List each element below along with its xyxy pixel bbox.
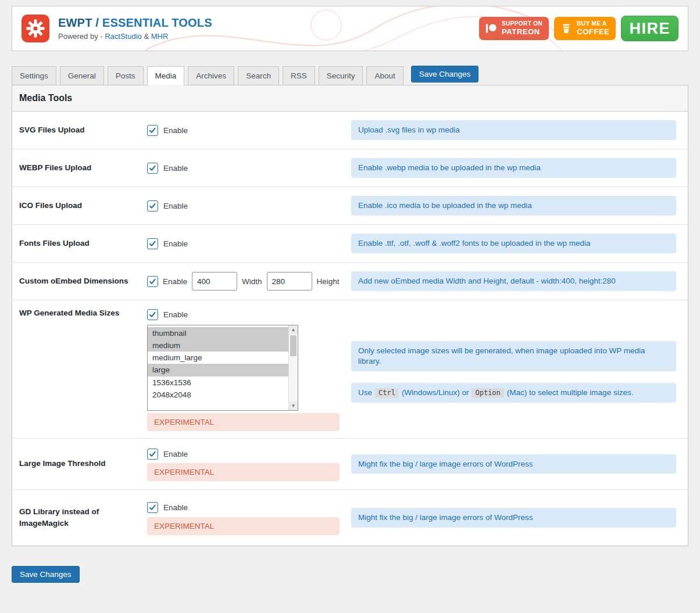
kbd-ctrl: Ctrl	[375, 388, 399, 399]
scroll-up-icon[interactable]: ▲	[289, 325, 298, 334]
setting-row-media-sizes: WP Generated Media Sizes Enable thumbnai…	[12, 300, 688, 439]
buy-me-a-coffee-button[interactable]: BUY ME A COFFEE	[554, 17, 616, 40]
enable-label: Enable	[163, 450, 188, 458]
check-icon	[149, 127, 156, 134]
width-label: Width	[242, 277, 262, 286]
setting-label: WP Generated Media Sizes	[19, 307, 147, 319]
listbox-option-large[interactable]: large	[148, 364, 288, 376]
plugin-settings-page: EWPT / ESSENTIAL TOOLS Powered by - Ract…	[0, 0, 700, 583]
coffee-cup-icon	[560, 23, 572, 34]
oembed-width-input[interactable]	[192, 272, 237, 291]
enable-label: Enable	[163, 239, 188, 248]
ico-upload-checkbox[interactable]	[147, 200, 158, 211]
tab-about[interactable]: About	[366, 66, 403, 85]
experimental-badge: EXPERIMENTAL	[147, 413, 340, 431]
setting-row-webp-upload: WEBP Files Upload Enable Enable .webp me…	[12, 149, 688, 187]
setting-label: SVG Files Upload	[19, 124, 147, 136]
plugin-header: EWPT / ESSENTIAL TOOLS Powered by - Ract…	[12, 6, 688, 51]
tab-rss[interactable]: RSS	[283, 66, 315, 85]
setting-row-gd-library: GD Library instead of ImageMagick Enable…	[12, 490, 688, 546]
oembed-checkbox[interactable]	[147, 276, 158, 287]
media-tools-panel: Media Tools SVG Files Upload Enable Uplo…	[12, 85, 688, 546]
tab-media[interactable]: Media	[147, 66, 185, 85]
tab-search[interactable]: Search	[238, 66, 279, 85]
check-icon	[149, 311, 156, 318]
enable-label: Enable	[163, 277, 187, 286]
experimental-badge: EXPERIMENTAL	[147, 517, 340, 535]
tab-security[interactable]: Security	[319, 66, 363, 85]
setting-label: Custom oEmbed Dimensions	[19, 275, 147, 287]
tab-settings[interactable]: Settings	[12, 66, 56, 85]
plugin-logo	[22, 15, 49, 42]
listbox-options: thumbnail medium medium_large large 1536…	[148, 325, 288, 410]
save-changes-button-bottom[interactable]: Save Changes	[12, 566, 80, 583]
fonts-upload-checkbox[interactable]	[147, 238, 158, 249]
height-label: Height	[317, 277, 340, 286]
coffee-line2: COFFEE	[577, 27, 609, 36]
mhr-link[interactable]: MHR	[151, 32, 169, 41]
listbox-option-medium[interactable]: medium	[148, 339, 288, 352]
title-main: EWPT /	[58, 16, 99, 29]
enable-label: Enable	[163, 310, 188, 319]
media-sizes-checkbox[interactable]	[147, 309, 158, 320]
info-note: Enable .ico media to be uploaded in the …	[351, 196, 676, 216]
check-icon	[149, 240, 156, 248]
shortcut-suffix: (Mac) to select multiple image sizes.	[507, 388, 634, 397]
listbox-option-thumbnail[interactable]: thumbnail	[148, 327, 288, 339]
title-accent: ESSENTIAL TOOLS	[102, 16, 212, 29]
check-icon	[149, 202, 156, 210]
info-note-shortcut: UseCtrl(Windows/Linux) orOption(Mac) to …	[351, 383, 676, 403]
title-block: EWPT / ESSENTIAL TOOLS Powered by - Ract…	[58, 16, 212, 41]
powered-joiner: &	[142, 32, 151, 41]
enable-label: Enable	[163, 164, 188, 173]
patreon-line2: PATREON	[502, 27, 542, 36]
listbox-option-2048[interactable]: 2048x2048	[148, 389, 288, 401]
tab-general[interactable]: General	[60, 66, 104, 85]
gd-library-checkbox[interactable]	[147, 502, 158, 513]
save-changes-button-top[interactable]: Save Changes	[411, 66, 479, 83]
info-note: Only selected image sizes will be genera…	[351, 341, 676, 371]
info-note: Might fix the big / large image errors o…	[351, 454, 676, 474]
setting-row-fonts-upload: Fonts Files Upload Enable Enable .ttf, .…	[12, 225, 688, 263]
setting-row-large-image-threshold: Large Image Threshold Enable EXPERIMENTA…	[12, 439, 688, 490]
hire-button[interactable]: HIRE	[621, 16, 678, 41]
enable-label: Enable	[163, 202, 188, 210]
info-note: Add new oEmbed media Width and Height, d…	[351, 271, 676, 291]
patreon-button[interactable]: SUPPORT ON PATREON	[479, 17, 549, 40]
nav-tabs: Settings General Posts Media Archives Se…	[12, 66, 688, 85]
listbox-option-1536[interactable]: 1536x1536	[148, 377, 288, 389]
check-icon	[149, 164, 156, 172]
experimental-badge: EXPERIMENTAL	[147, 463, 340, 481]
patreon-icon	[485, 23, 497, 34]
panel-title: Media Tools	[12, 85, 688, 112]
setting-label: GD Library instead of ImageMagick	[19, 506, 147, 530]
ractstudio-link[interactable]: RactStudio	[105, 32, 142, 41]
setting-row-ico-upload: ICO Files Upload Enable Enable .ico medi…	[12, 187, 688, 225]
setting-row-svg-upload: SVG Files Upload Enable Upload .svg file…	[12, 112, 688, 149]
tab-posts[interactable]: Posts	[108, 66, 144, 85]
gear-icon	[26, 19, 45, 38]
shortcut-middle: (Windows/Linux) or	[402, 388, 469, 397]
info-note: Enable .ttf, .otf, .woff & .woff2 fonts …	[351, 234, 676, 253]
page-title: EWPT / ESSENTIAL TOOLS	[58, 16, 212, 30]
webp-upload-checkbox[interactable]	[147, 163, 158, 174]
scrollbar-thumb[interactable]	[290, 335, 297, 356]
setting-label: Fonts Files Upload	[19, 238, 147, 249]
kbd-option: Option	[472, 388, 503, 399]
header-actions: SUPPORT ON PATREON BUY ME A COFFEE HIRE	[479, 16, 678, 41]
listbox-scrollbar[interactable]: ▲ ▼	[288, 325, 298, 410]
patreon-line1: SUPPORT ON	[502, 20, 542, 27]
media-sizes-listbox: thumbnail medium medium_large large 1536…	[147, 325, 298, 411]
tab-archives[interactable]: Archives	[188, 66, 234, 85]
enable-label: Enable	[163, 126, 188, 135]
powered-prefix: Powered by -	[58, 32, 105, 41]
listbox-option-medium-large[interactable]: medium_large	[148, 352, 288, 364]
info-note: Enable .webp media to be uploaded in the…	[351, 158, 676, 178]
coffee-line1: BUY ME A	[577, 20, 609, 27]
setting-row-oembed-dimensions: Custom oEmbed Dimensions Enable Width He…	[12, 263, 688, 300]
scroll-down-icon[interactable]: ▼	[289, 402, 298, 410]
check-icon	[149, 450, 156, 458]
large-image-threshold-checkbox[interactable]	[147, 449, 158, 460]
svg-upload-checkbox[interactable]	[147, 125, 158, 136]
oembed-height-input[interactable]	[267, 272, 312, 291]
